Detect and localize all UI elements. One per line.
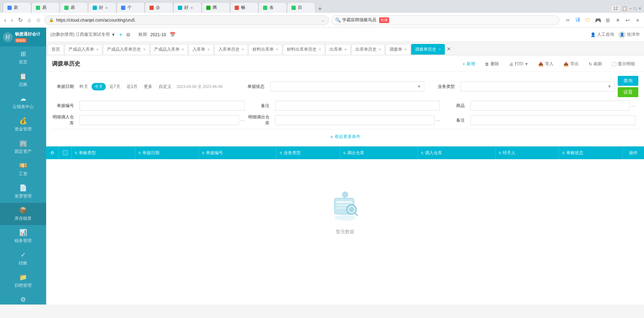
th-num[interactable]: ⇅ 单据编号 [199,146,277,159]
page-tab-2-close[interactable]: × [143,47,145,51]
detail-out-input[interactable] [275,115,435,125]
tab-close-3[interactable]: × [105,6,108,10]
sidebar-item-invoice[interactable]: 📄 发票管理 [0,180,46,203]
note2-filter-input[interactable] [470,115,635,125]
page-tab-11-close[interactable]: × [438,47,441,51]
close-window-icon[interactable]: × [639,6,641,11]
goods-filter-input[interactable] [470,101,630,111]
sidebar-item-archive[interactable]: 📁 归档管理 [0,270,46,292]
page-tab-11[interactable]: 调拨单历史 × [411,44,444,55]
detail-in-input[interactable] [80,115,239,125]
th-in[interactable]: ⇅ 调入仓库 [418,146,496,159]
browser-tab-4[interactable]: 个 [116,2,145,13]
address-bar[interactable]: 🔒 https://cloud.chanjet.com/accounting/u… [44,15,329,25]
detail-out-more-icon[interactable]: ··· [436,117,440,123]
browser-tab-3[interactable]: 好 × [88,2,116,13]
page-tab-6[interactable]: 材料出库单 × [249,44,282,55]
add-button[interactable]: + 新增 [459,60,479,68]
company-selector[interactable]: (勿删勿禁用) 江西服宝测试专用 ▼ [50,32,115,38]
tab-manage-icon[interactable]: 📋 [622,6,627,11]
address-expand-icon[interactable]: ⌄ [321,18,324,23]
browser-tab-1[interactable]: 易 [31,2,60,13]
page-tab-5-close[interactable]: × [242,47,244,51]
browser-tab-2[interactable]: 易 [60,2,88,13]
browser-tab-9[interactable]: 各 [258,2,287,13]
th-settings[interactable]: ⚙ [46,146,59,159]
home-button[interactable]: ⌂ [26,16,33,25]
collapse-button[interactable]: ∧ 收起更多条件 [52,132,638,142]
export-button[interactable]: 📤 导出 [560,60,582,68]
date-btn-7days[interactable]: 近7天 [107,83,123,90]
sidebar-item-tax[interactable]: 📊 税务管理 [0,225,46,247]
star-button[interactable]: ☆ [34,15,42,25]
game-icon[interactable]: 🎮 [594,17,601,24]
page-tab-1[interactable]: 产成品入库单 × [65,44,102,55]
sidebar-item-payroll[interactable]: 💴 工资 [0,158,46,180]
page-tab-2[interactable]: 产成品入库单历史 × [103,44,149,55]
sidebar-item-settings[interactable]: ⚙ 基础设置 [0,292,46,314]
th-type[interactable]: ⇅ 单账类型 [72,146,135,159]
th-biz[interactable]: ⇅ 业务类型 [277,146,340,159]
sidebar-item-home[interactable]: ⊞ 首页 [0,46,46,69]
th-status[interactable]: ⇅ 单账状态 [559,146,623,159]
theme-icon[interactable]: ☀ [614,17,621,24]
page-tab-1-close[interactable]: × [96,47,98,51]
sidebar-item-ledger[interactable]: 📋 总账 [0,69,46,91]
forward-button[interactable]: › [10,16,14,25]
th-checkbox[interactable] [59,146,72,159]
refresh-button-page[interactable]: ↻ 刷新 [585,60,606,68]
menu-icon[interactable]: ≡ [634,17,641,24]
browser-tab-8[interactable]: 畅 [230,2,258,13]
note-filter-input[interactable] [275,101,440,111]
scissors-icon[interactable]: ✂ [564,17,572,24]
status-filter-select[interactable]: ▼ [270,82,425,91]
import-button[interactable]: 📥 导入 [535,60,557,68]
browser-tab-6[interactable]: 好 × [173,2,202,13]
page-tab-4[interactable]: 入库单 × [189,44,213,55]
th-date[interactable]: ⇅ 单据日期 [135,146,199,159]
page-tab-8[interactable]: 出库单 × [326,44,350,55]
browser-tab-5[interactable]: 企 [145,2,173,13]
date-btn-more[interactable]: 更多 [141,83,155,90]
search-bar[interactable]: 🔍 学霸应聘场驱鸟员 热搜 [331,15,560,25]
close-all-tabs-icon[interactable]: × [447,45,451,53]
print-button[interactable]: 🖨 打印 ▼ [506,60,532,68]
page-tab-10[interactable]: 调拨单 × [386,44,410,55]
page-tab-9-close[interactable]: × [379,47,381,51]
user-service[interactable]: 👤 人工咨询 [590,32,614,38]
grid-icon[interactable]: ⊞ [604,17,611,24]
goods-more-icon[interactable]: ··· [631,103,635,108]
th-out[interactable]: ⇅ 调出仓库 [340,146,418,159]
date-btn-yesterday[interactable]: 昨天 [77,83,91,90]
browser-tab-7[interactable]: 腾 [202,2,230,13]
page-tab-10-close[interactable]: × [404,47,406,51]
calendar-icon[interactable]: 📅 [170,32,175,37]
page-tab-8-close[interactable]: × [344,47,346,51]
add-company-button[interactable]: + [119,32,122,38]
query-button[interactable]: 查询 [618,76,638,86]
page-tab-home[interactable]: 首页 [48,44,64,55]
back-button[interactable]: ‹ [3,16,7,25]
undo-icon[interactable]: ↩ [624,17,631,24]
maximize-icon[interactable]: □ [634,6,637,11]
page-tab-7[interactable]: 材料出库单历史 × [283,44,325,55]
translate-icon[interactable]: 译 [574,17,582,24]
settings-button[interactable]: 设置 [618,87,638,97]
minimize-icon[interactable]: − [629,6,632,11]
page-tab-4-close[interactable]: × [207,47,209,51]
date-btn-1month[interactable]: 近1月 [124,83,141,90]
sidebar-item-assets[interactable]: 🏢 固定资产 [0,136,46,158]
page-tab-3-close[interactable]: × [182,47,184,51]
sidebar-item-inventory[interactable]: 📦 库存核算 [0,203,46,225]
display-detail-button[interactable]: 显示明细 [608,60,638,68]
page-tab-7-close[interactable]: × [319,47,321,51]
page-tab-6-close[interactable]: × [276,47,278,51]
sidebar-item-close[interactable]: ✓ 结账 [0,247,46,270]
date-btn-custom[interactable]: 自定义 [156,83,174,90]
biz-type-filter-select[interactable]: ▼ [460,82,615,91]
detail-in-more-icon[interactable]: ··· [240,117,245,123]
th-handler[interactable]: ⇅ 经手人 [496,146,559,159]
page-tab-5[interactable]: 入库单历史 × [214,44,248,55]
page-tab-3[interactable]: 产成品入库单 × [150,44,188,55]
voucher-num-input[interactable] [80,101,245,111]
